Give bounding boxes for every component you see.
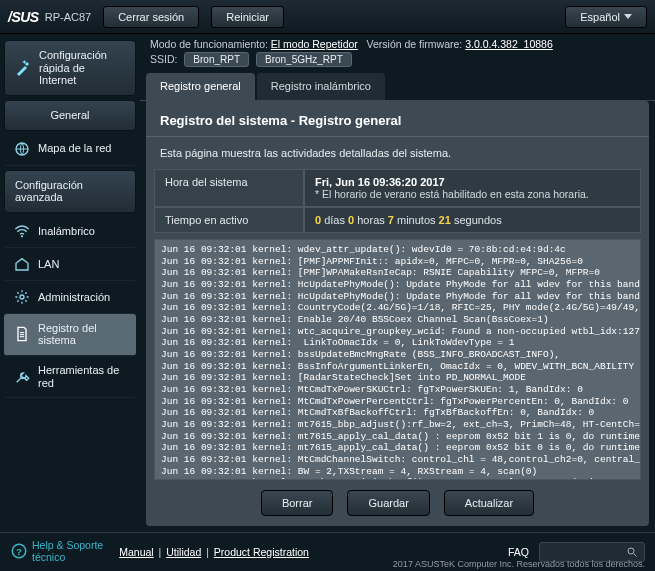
utility-link[interactable]: Utilidad [166, 546, 201, 558]
uptime-seconds-label: segundos [454, 214, 502, 226]
document-icon [14, 326, 30, 342]
uptime-hours-label: horas [357, 214, 385, 226]
svg-point-1 [21, 235, 23, 237]
sidebar-item-lan[interactable]: LAN [4, 248, 136, 281]
uptime-label: Tiempo en activo [154, 207, 304, 233]
help-line2: técnico [32, 551, 65, 563]
sidebar-label: Mapa de la red [38, 142, 111, 155]
panel-description: Esta página muestra las actividades deta… [146, 137, 649, 169]
ssid-label: SSID: [150, 53, 177, 65]
chevron-down-icon [624, 14, 632, 19]
wifi-icon [14, 223, 30, 239]
sidebar-item-wireless[interactable]: Inalámbrico [4, 215, 136, 248]
svg-point-5 [628, 548, 634, 554]
clear-button[interactable]: Borrar [261, 490, 334, 516]
uptime-seconds-num: 21 [439, 214, 451, 226]
sidebar-label: Registro del sistema [38, 322, 126, 347]
sidebar-label: Herramientas de red [38, 364, 126, 389]
gear-icon [14, 289, 30, 305]
help-support-label: Help & Soporte técnico [32, 540, 103, 563]
reboot-button[interactable]: Reiniciar [211, 6, 284, 28]
uptime-days-label: días [324, 214, 345, 226]
ssid-chip-2: Bron_5GHz_RPT [256, 52, 352, 67]
faq-link[interactable]: FAQ [508, 546, 529, 558]
system-time-label: Hora del sistema [154, 169, 304, 207]
fw-version-link[interactable]: 3.0.0.4.382_10886 [465, 38, 553, 50]
search-icon [626, 546, 638, 558]
svg-text:?: ? [16, 545, 22, 556]
uptime-hours-num: 0 [348, 214, 354, 226]
ssid-chip-1: Bron_RPT [184, 52, 249, 67]
search-input[interactable] [546, 546, 626, 558]
refresh-button[interactable]: Actualizar [444, 490, 534, 516]
sidebar-item-system-log[interactable]: Registro del sistema [4, 314, 136, 356]
sidebar-label: Configuración rápida de Internet [39, 49, 125, 87]
manual-link[interactable]: Manual [119, 546, 153, 558]
system-time-value: Fri, Jun 16 09:36:20 2017 * El horario d… [304, 169, 641, 207]
fw-label: Versión de firmware: [367, 38, 463, 50]
uptime-minutes-num: 7 [388, 214, 394, 226]
logout-button[interactable]: Cerrar sesión [103, 6, 199, 28]
panel-title: Registro del sistema - Registro general [146, 101, 649, 137]
model-name: RP-AC87 [45, 11, 91, 23]
sidebar-item-network-map[interactable]: Mapa de la red [4, 133, 136, 166]
globe-icon [14, 141, 30, 157]
sidebar-label: General [50, 109, 89, 122]
system-time-text: Fri, Jun 16 09:36:20 2017 [315, 176, 630, 188]
sidebar-label: LAN [38, 258, 59, 271]
svg-point-2 [20, 295, 24, 299]
sidebar-header-advanced[interactable]: Configuración avanzada [4, 170, 136, 213]
wand-icon [15, 60, 31, 76]
help-icon: ? [10, 542, 28, 562]
sidebar-label: Configuración avanzada [15, 179, 125, 204]
sidebar-label: Administración [38, 291, 110, 304]
sidebar-header-general[interactable]: General [4, 100, 136, 131]
log-textarea[interactable] [154, 239, 641, 480]
brand-logo: /SUS [8, 9, 39, 25]
house-icon [14, 256, 30, 272]
tab-wireless-log[interactable]: Registro inalámbrico [257, 73, 385, 100]
svg-line-6 [634, 553, 637, 556]
sidebar-item-network-tools[interactable]: Herramientas de red [4, 356, 136, 398]
sidebar-item-quick-setup[interactable]: Configuración rápida de Internet [4, 40, 136, 96]
dst-note: * El horario de verano está habilitado e… [315, 188, 630, 200]
log-panel: Registro del sistema - Registro general … [146, 101, 649, 526]
copyright-text: 2017 ASUSTeK Computer Inc. Reservados to… [393, 559, 645, 569]
op-mode-label: Modo de funcionamiento: [150, 38, 268, 50]
uptime-value: 0 días 0 horas 7 minutos 21 segundos [304, 207, 641, 233]
sidebar: Configuración rápida de Internet General… [0, 34, 140, 532]
product-registration-link[interactable]: Product Registration [214, 546, 309, 558]
help-line1: Help & Soporte [32, 539, 103, 551]
sidebar-label: Inalámbrico [38, 225, 95, 238]
tab-general-log[interactable]: Registro general [146, 73, 255, 100]
save-button[interactable]: Guardar [347, 490, 429, 516]
sidebar-item-administration[interactable]: Administración [4, 281, 136, 314]
tools-icon [14, 369, 30, 385]
uptime-days-num: 0 [315, 214, 321, 226]
language-dropdown[interactable]: Español [565, 6, 647, 28]
language-label: Español [580, 11, 620, 23]
op-mode-link[interactable]: El modo Repetidor [271, 38, 358, 50]
uptime-minutes-label: minutos [397, 214, 436, 226]
